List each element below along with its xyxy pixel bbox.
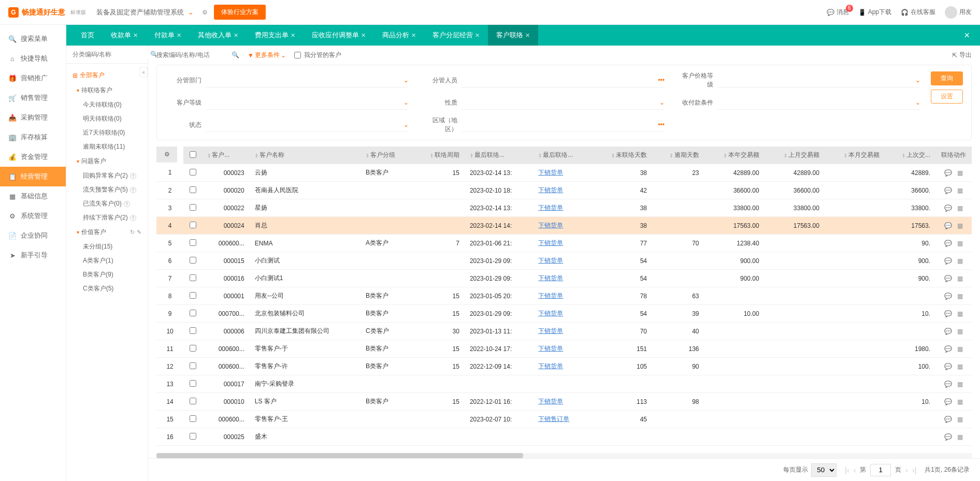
nav-item-corp[interactable]: 📄企业协同 bbox=[0, 226, 66, 245]
tree-leaf[interactable]: 明天待联络(0) bbox=[66, 112, 148, 126]
qr-icon[interactable]: ▦ bbox=[957, 169, 963, 177]
nav-item-mgmt[interactable]: 📋经营管理 bbox=[0, 167, 66, 186]
filter-input[interactable]: ••• bbox=[462, 118, 665, 132]
close-icon[interactable]: ✕ bbox=[411, 32, 416, 39]
tree-leaf[interactable]: 回购异常客户(2)? bbox=[66, 169, 148, 183]
qr-icon[interactable]: ▦ bbox=[957, 310, 963, 317]
row-checkbox[interactable] bbox=[190, 257, 196, 264]
table-row[interactable]: 4 000024 肖总 2023-02-14 14: 下销货单 38 17563… bbox=[156, 217, 972, 235]
table-header-cell[interactable]: ▲▼客户分组 bbox=[361, 147, 412, 164]
qr-icon[interactable]: ▦ bbox=[957, 363, 963, 370]
chat-icon[interactable]: 💬 bbox=[944, 187, 952, 194]
row-checkbox[interactable] bbox=[190, 169, 196, 176]
qr-icon[interactable]: ▦ bbox=[957, 433, 963, 441]
sort-icon[interactable]: ▲▼ bbox=[255, 153, 258, 158]
table-header-cell[interactable]: ▲▼逾期天数 bbox=[652, 147, 704, 164]
qr-icon[interactable]: ▦ bbox=[957, 187, 963, 194]
close-all-tabs-button[interactable]: × bbox=[960, 30, 974, 41]
filter-input[interactable]: ⌄ bbox=[206, 95, 409, 110]
try-industry-button[interactable]: 体验行业方案 bbox=[214, 5, 266, 20]
qr-icon[interactable]: ▦ bbox=[957, 240, 963, 247]
table-wrap[interactable]: ⚙▲▼客户...▲▼客户名称▲▼客户分组▲▼联络周期▲▼最后联络...▲▼最后联… bbox=[156, 147, 972, 453]
query-button[interactable]: 查询 bbox=[931, 71, 963, 85]
table-row[interactable]: 16 000025 盛木 💬▦ bbox=[156, 428, 972, 446]
doc-link[interactable]: 下销货单 bbox=[538, 169, 563, 176]
table-row[interactable]: 1 000023 云扬 B类客户 15 2023-02-14 13: 下销货单 … bbox=[156, 164, 972, 182]
row-checkbox[interactable] bbox=[190, 345, 196, 352]
table-row[interactable]: 15 000600... 零售客户-王 2023-02-07 10: 下销售订单… bbox=[156, 411, 972, 428]
row-checkbox[interactable] bbox=[190, 222, 196, 228]
table-row[interactable]: 8 000001 用友--公司 B类客户 15 2023-01-05 20: 下… bbox=[156, 287, 972, 305]
sort-icon[interactable]: ▲▼ bbox=[611, 153, 615, 158]
tab[interactable]: 应收应付调整单✕ bbox=[304, 25, 374, 46]
table-header-cell[interactable]: 联络动作 bbox=[935, 147, 972, 164]
sort-icon[interactable]: ▲▼ bbox=[844, 153, 847, 158]
page-input[interactable] bbox=[870, 464, 891, 476]
category-search-input[interactable] bbox=[73, 51, 150, 58]
close-icon[interactable]: ✕ bbox=[361, 32, 366, 39]
collapse-panel-button[interactable]: « bbox=[139, 67, 148, 77]
select-all-checkbox[interactable] bbox=[190, 151, 196, 158]
chat-icon[interactable]: 💬 bbox=[944, 416, 952, 423]
edit-icon[interactable]: ✎ bbox=[137, 229, 141, 236]
table-header-cell[interactable]: ▲▼联络周期 bbox=[412, 147, 464, 164]
filter-input[interactable]: ⌄ bbox=[462, 95, 665, 110]
nav-item-cart[interactable]: 🛒销售管理 bbox=[0, 88, 66, 108]
chat-icon[interactable]: 💬 bbox=[944, 169, 952, 177]
online-service-link[interactable]: 🎧 在线客服 bbox=[901, 8, 935, 17]
sort-icon[interactable]: ▲▼ bbox=[538, 153, 542, 158]
row-checkbox[interactable] bbox=[190, 186, 196, 193]
gear-icon[interactable]: ⚙ bbox=[164, 151, 170, 158]
sort-icon[interactable]: ▲▼ bbox=[207, 153, 211, 158]
row-checkbox[interactable] bbox=[190, 239, 196, 246]
nav-item-sys[interactable]: ⚙系统管理 bbox=[0, 206, 66, 226]
tree-leaf[interactable]: 已流失客户(0)? bbox=[66, 197, 148, 211]
close-icon[interactable]: ✕ bbox=[234, 32, 238, 39]
chat-icon[interactable]: 💬 bbox=[944, 398, 952, 405]
tab[interactable]: 客户分层经营✕ bbox=[424, 25, 488, 46]
qr-icon[interactable]: ▦ bbox=[957, 257, 963, 265]
qr-icon[interactable]: ▦ bbox=[957, 275, 963, 282]
export-button[interactable]: ⇱ 导出 bbox=[952, 51, 972, 60]
row-checkbox[interactable] bbox=[190, 362, 196, 369]
search-icon[interactable]: 🔍 bbox=[232, 51, 239, 59]
doc-link[interactable]: 下销货单 bbox=[538, 257, 563, 264]
user-menu[interactable]: 用友 bbox=[945, 6, 972, 19]
tree-leaf[interactable]: B类客户(9) bbox=[66, 268, 148, 282]
tree-group[interactable]: ▾问题客户 bbox=[66, 154, 148, 169]
tab[interactable]: 商品分析✕ bbox=[374, 25, 424, 46]
system-select[interactable]: 装备及固定资产辅助管理系统 ⌄ bbox=[96, 8, 194, 17]
row-checkbox[interactable] bbox=[190, 398, 196, 404]
tree-leaf[interactable]: 持续下滑客户(2)? bbox=[66, 211, 148, 225]
table-header-cell[interactable]: ▲▼客户名称 bbox=[250, 147, 361, 164]
table-header-cell[interactable]: ▲▼最后联络... bbox=[465, 147, 533, 164]
nav-item-gift[interactable]: 🎁营销推广 bbox=[0, 68, 66, 88]
qr-icon[interactable]: ▦ bbox=[957, 345, 963, 353]
help-icon[interactable]: ? bbox=[130, 173, 136, 179]
app-download-link[interactable]: 📱 App下载 bbox=[858, 8, 891, 17]
table-row[interactable]: 9 000700... 北京包装辅料公司 B类客户 15 2023-01-29 … bbox=[156, 305, 972, 323]
filter-input[interactable]: ⌄ bbox=[206, 73, 409, 88]
table-row[interactable]: 3 000022 星扬 2023-02-14 13: 下销货单 38 33800… bbox=[156, 199, 972, 217]
row-checkbox[interactable] bbox=[190, 415, 196, 422]
doc-link[interactable]: 下销货单 bbox=[538, 274, 563, 282]
nav-item-base[interactable]: ▦基础信息 bbox=[0, 186, 66, 206]
last-page-button[interactable]: ›| bbox=[912, 466, 916, 474]
tab[interactable]: 收款单✕ bbox=[103, 25, 146, 46]
doc-link[interactable]: 下销货单 bbox=[538, 239, 563, 246]
refresh-icon[interactable]: ↻ bbox=[130, 229, 135, 236]
close-icon[interactable]: ✕ bbox=[525, 32, 530, 39]
nav-item-nav[interactable]: ⌂快捷导航 bbox=[0, 49, 66, 68]
table-header-cell[interactable] bbox=[183, 147, 202, 164]
close-icon[interactable]: ✕ bbox=[475, 32, 480, 39]
table-row[interactable]: 12 000600... 零售客户-许 B类客户 15 2022-12-09 1… bbox=[156, 358, 972, 375]
page-size-select[interactable]: 50 bbox=[811, 463, 837, 477]
table-header-cell[interactable]: ▲▼未联络天数 bbox=[592, 147, 652, 164]
chat-icon[interactable]: 💬 bbox=[944, 222, 952, 229]
row-checkbox[interactable] bbox=[190, 204, 196, 211]
doc-link[interactable]: 下销货单 bbox=[538, 362, 563, 370]
qr-icon[interactable]: ▦ bbox=[957, 222, 963, 229]
table-row[interactable]: 10 000006 四川京泰建工集团有限公司 C类客户 30 2023-01-1… bbox=[156, 323, 972, 340]
tree-group[interactable]: ▾价值客户↻✎ bbox=[66, 225, 148, 240]
settings-gear-icon[interactable]: ⚙ bbox=[202, 9, 208, 16]
